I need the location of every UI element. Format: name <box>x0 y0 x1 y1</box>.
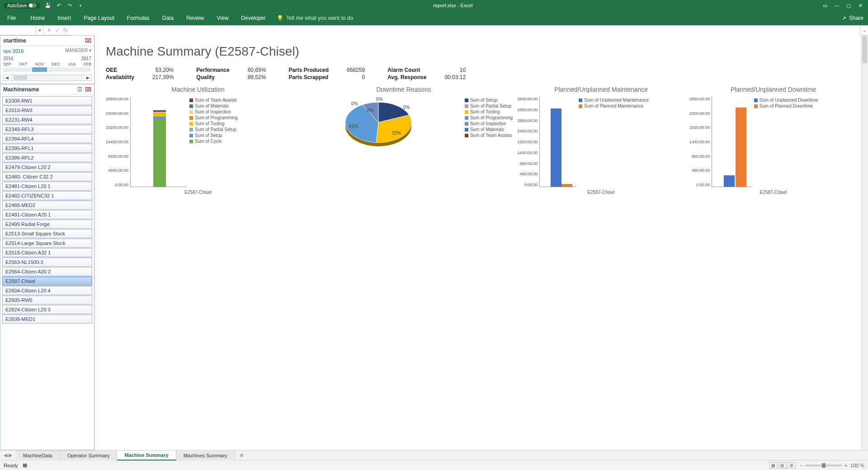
machine-item[interactable]: E2491-Citizen A20 1 <box>2 210 92 219</box>
machine-slicer-header: Machinename <box>3 86 39 93</box>
metrics-row: OEEAvailability53,20%217,39%PerformanceQ… <box>106 67 857 81</box>
multi-select-icon[interactable]: ☲ <box>77 86 82 93</box>
chart-planned-downtime[interactable]: Planned/Unplanned Downtime 2880:00:00240… <box>689 86 857 195</box>
machine-item[interactable]: E2564-Citizen A20 2 <box>2 267 92 276</box>
timeline-slicer[interactable]: starttime ⌧ nov 2016 MÅNEDER ▾ 2016 2017… <box>0 35 94 84</box>
timeline-track[interactable] <box>3 67 91 72</box>
machine-item[interactable]: E2488-MED2 <box>2 201 92 210</box>
machine-item[interactable]: E2231-RW4 <box>2 115 92 124</box>
worksheet-area[interactable]: Machine Summary (E2587-Chisel) OEEAvaila… <box>95 35 868 450</box>
machine-item[interactable]: E2499 Radial Forge <box>2 220 92 229</box>
timeline-scrollbar[interactable] <box>10 75 85 80</box>
autosave-toggle[interactable]: AutoSave <box>4 3 40 9</box>
sheet-tab[interactable]: Machine Summary <box>117 451 176 461</box>
page-title: Machine Summary (E2587-Chisel) <box>106 44 857 59</box>
close-icon[interactable]: ✕ <box>857 2 863 9</box>
timeline-selection: nov 2016 <box>3 48 24 54</box>
slicer-panel: starttime ⌧ nov 2016 MÅNEDER ▾ 2016 2017… <box>0 35 95 450</box>
expand-formula-icon[interactable]: ⌄ <box>860 25 868 35</box>
ribbon: File Home Insert Page Layout Formulas Da… <box>0 11 868 25</box>
timeline-scroll-right-icon[interactable]: ▶ <box>85 75 91 80</box>
tab-developer[interactable]: Developer <box>235 11 272 25</box>
machine-item[interactable]: E2513-Small Square Stock <box>2 229 92 238</box>
zoom-out-icon[interactable]: − <box>800 463 803 468</box>
machine-item[interactable]: E2480- Citizen C32 2 <box>2 172 92 181</box>
status-bar: Ready ▦ ▦ ▤ ⊞ − + 100 % <box>0 460 868 470</box>
tab-home[interactable]: Home <box>24 11 51 25</box>
titlebar: AutoSave 💾 ↶ ↷ ▾ report.xlsx - Excel ▭ —… <box>0 0 868 11</box>
name-box-dropdown-icon[interactable]: ▾ <box>36 25 43 35</box>
machine-item[interactable]: E2395-RFL1 <box>2 144 92 153</box>
name-box[interactable] <box>0 25 36 35</box>
tab-nav-icon[interactable]: ◀ ▶ <box>0 452 16 458</box>
cancel-formula-icon[interactable]: ✕ <box>47 27 52 33</box>
tab-view[interactable]: View <box>211 11 235 25</box>
normal-view-icon[interactable]: ▦ <box>769 462 778 469</box>
sheet-tab[interactable]: Machines Summary <box>176 451 235 461</box>
machine-item[interactable]: E2394-RFL4 <box>2 134 92 143</box>
ribbon-options-icon[interactable]: ▭ <box>822 2 828 9</box>
machine-item[interactable]: E2481-Citizen L20 1 <box>2 182 92 191</box>
undo-icon[interactable]: ↶ <box>56 2 62 9</box>
save-icon[interactable]: 💾 <box>45 2 51 9</box>
share-button[interactable]: Share <box>849 15 863 21</box>
minimize-icon[interactable]: — <box>834 2 840 9</box>
timeline-scroll-left-icon[interactable]: ◀ <box>4 75 10 80</box>
qat-dropdown-icon[interactable]: ▾ <box>77 2 84 9</box>
machine-item[interactable]: E2514-Large Square Stock <box>2 239 92 248</box>
tell-me-search[interactable]: 💡 Tell me what you want to do <box>277 15 353 21</box>
formula-bar: ▾ ✕ ✓ fx ⌄ <box>0 25 868 35</box>
machine-item[interactable]: E2396-RFL2 <box>2 153 92 162</box>
machine-item[interactable]: E2349-RFL3 <box>2 125 92 134</box>
machine-slicer: Machinename ☲ ⌧ E2008-RW1E2010-RW3E2231-… <box>0 84 94 450</box>
machine-item[interactable]: E2604-Citizen L20 4 <box>2 286 92 295</box>
machine-item[interactable]: E2482-CITIZENC32 1 <box>2 191 92 200</box>
sheet-tab[interactable]: MachineData <box>16 451 60 461</box>
enter-formula-icon[interactable]: ✓ <box>55 27 60 33</box>
tab-insert[interactable]: Insert <box>51 11 77 25</box>
machine-item[interactable]: E2010-RW3 <box>2 106 92 115</box>
page-break-view-icon[interactable]: ⊞ <box>788 462 796 469</box>
zoom-slider[interactable] <box>806 465 842 466</box>
chart-downtime[interactable]: Downtime Reasons 0%0%19%32%41%8%0% Sum o… <box>295 86 513 195</box>
redo-icon[interactable]: ↷ <box>66 2 73 9</box>
tab-file[interactable]: File <box>5 11 24 25</box>
tab-page-layout[interactable]: Page Layout <box>77 11 120 25</box>
tab-review[interactable]: Review <box>180 11 210 25</box>
machine-item[interactable]: E2479-Citizen L20 2 <box>2 163 92 172</box>
machine-item[interactable]: E2008-RW1 <box>2 96 92 105</box>
maximize-icon[interactable]: ▢ <box>845 2 852 9</box>
clear-filter-icon[interactable]: ⌧ <box>85 38 91 44</box>
sheet-tab-bar: ◀ ▶ MachineDataOperator SummaryMachine S… <box>0 450 868 460</box>
add-sheet-icon[interactable]: ⊕ <box>235 452 248 458</box>
chart-maintenance[interactable]: Planned/Unplanned Maintenance 3840:00:00… <box>517 86 685 195</box>
timeline-unit-select[interactable]: MÅNEDER ▾ <box>65 48 91 53</box>
machine-item[interactable]: E2638-MED1 <box>2 315 92 324</box>
fx-icon[interactable]: fx <box>63 27 67 33</box>
machine-item[interactable]: E2587-Chisel <box>2 277 92 286</box>
tab-data[interactable]: Data <box>156 11 180 25</box>
chart-utilization[interactable]: Machine Utilization 28800:00:0024000:00:… <box>106 86 290 195</box>
share-icon: ↗ <box>842 15 846 21</box>
page-layout-view-icon[interactable]: ▤ <box>778 462 787 469</box>
sheet-tab[interactable]: Operator Summary <box>60 451 118 461</box>
window-title: report.xlsx - Excel <box>84 3 822 8</box>
timeline-header: starttime <box>3 38 26 44</box>
machine-item[interactable]: E2605-RW5 <box>2 296 92 305</box>
macro-record-icon[interactable]: ▦ <box>23 462 27 468</box>
lightbulb-icon: 💡 <box>277 15 283 21</box>
zoom-in-icon[interactable]: + <box>844 463 847 468</box>
machine-item[interactable]: E2563-NL1500-3 <box>2 258 92 267</box>
status-ready: Ready <box>4 463 18 468</box>
clear-filter-icon[interactable]: ⌧ <box>85 86 91 93</box>
machine-item[interactable]: E2518-Citizen A32 1 <box>2 248 92 257</box>
formula-input[interactable] <box>71 25 860 35</box>
tab-formulas[interactable]: Formulas <box>121 11 156 25</box>
machine-item[interactable]: E2624-Citizen L20 3 <box>2 305 92 314</box>
zoom-level[interactable]: 100 % <box>850 463 864 468</box>
vertical-scrollbar[interactable] <box>861 35 868 450</box>
